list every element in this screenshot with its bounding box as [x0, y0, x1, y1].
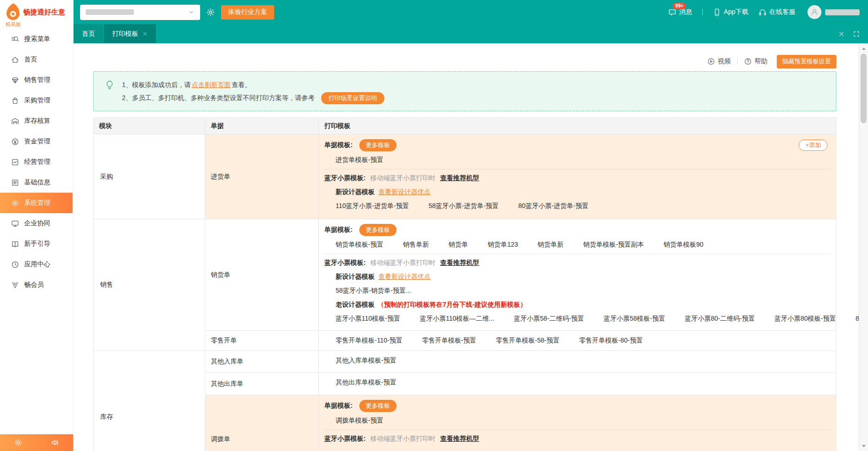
recommended-models-link[interactable]: 查看推荐机型: [440, 259, 479, 267]
designer-template-label: 新设计器模板: [336, 188, 375, 196]
more-templates-button[interactable]: 更多模板: [359, 139, 397, 151]
sidebar-item-label: 销售管理: [24, 76, 50, 84]
sidebar-item-search[interactable]: 搜索菜单: [0, 29, 73, 49]
sidebar-item-label: 首页: [24, 55, 37, 64]
doc-template-label: 单据模板:: [324, 226, 353, 234]
sidebar-item-info[interactable]: 基础信息: [0, 172, 73, 193]
bluetooth-template-header: 蓝牙小票模板:移动端蓝牙小票打印时查看推荐机型: [324, 171, 831, 185]
col-header-document: 单据: [205, 118, 319, 135]
sidebar-item-collab[interactable]: 企业协同: [0, 213, 73, 234]
sidebar-item-home[interactable]: 首页: [0, 49, 73, 70]
sidebar-item-label: 基础信息: [24, 178, 50, 187]
experience-industry-button[interactable]: 体验行业方案: [221, 5, 274, 20]
template-item[interactable]: 销货单模板90: [664, 241, 704, 249]
recommended-models-link[interactable]: 查看推荐机型: [440, 174, 479, 182]
template-item[interactable]: 调拨单模板-预置: [336, 417, 384, 425]
template-item[interactable]: 销货单模板-预置: [336, 241, 384, 249]
template-item[interactable]: 蓝牙小票110模板—二维...: [420, 315, 494, 323]
template-item[interactable]: 销货单模板-预置副本: [583, 241, 644, 249]
template-item[interactable]: 110蓝牙小票-进货单-预置: [336, 202, 409, 210]
redacted-org-name: [86, 9, 134, 15]
table-header-row: 模块 单据 打印模板: [94, 118, 836, 135]
sidebar-item-label: 畅会员: [24, 281, 44, 289]
template-item[interactable]: 蓝牙小票110模板-预置: [336, 315, 400, 323]
add-template-button[interactable]: +添加: [799, 140, 828, 151]
bluetooth-template-label: 蓝牙小票模板:: [324, 435, 366, 443]
redacted-user-name: [825, 9, 860, 15]
user-account[interactable]: [807, 5, 860, 19]
search-icon: [11, 35, 19, 43]
template-item[interactable]: 蓝牙小票80模板-预置: [774, 315, 836, 323]
template-item[interactable]: 销货单123: [488, 241, 518, 249]
sidebar-item-purchase[interactable]: 采购管理: [0, 90, 73, 111]
template-item[interactable]: 销货单新: [538, 241, 564, 249]
member-icon: [11, 281, 19, 289]
tab-home[interactable]: 首页: [74, 24, 103, 43]
app-download-button[interactable]: App下载: [713, 8, 748, 16]
scrollbar-thumb[interactable]: [861, 54, 867, 123]
designer-advantages-link[interactable]: 查看新设计器优点: [378, 273, 431, 281]
refresh-page-link[interactable]: 点击刷新页面: [192, 81, 231, 89]
template-item[interactable]: 其他入库单模板-预置: [336, 357, 397, 365]
brand-area: 畅捷通好生意 精易版: [0, 0, 73, 29]
template-item[interactable]: 蓝牙小票58-二维码-预置: [514, 315, 584, 323]
sidebar-item-operation[interactable]: 经营管理: [0, 152, 73, 172]
notice-box: 1、模板添加成功后，请 点击刷新页面 查看。 2、多员工、多打印机、多种业务类型…: [93, 71, 836, 111]
designer-template-label: 新设计器模板: [336, 273, 375, 281]
template-item[interactable]: 58蓝牙小票-进货单-预置: [429, 202, 499, 210]
sidebar-item-member[interactable]: 畅会员: [0, 275, 73, 295]
sidebar-item-system[interactable]: 系统管理: [0, 193, 73, 213]
organization-select[interactable]: [80, 5, 200, 20]
template-item[interactable]: 80蓝牙小票-进货单-预置: [518, 202, 589, 210]
document-cell: 其他出库单: [205, 373, 319, 395]
vertical-scrollbar[interactable]: [859, 43, 868, 451]
online-service-button[interactable]: 在线客服: [759, 8, 795, 16]
template-item[interactable]: 零售开单模板-80-预置: [579, 337, 643, 345]
table-row: 库存其他入库单其他入库单模板-预置: [94, 351, 836, 373]
print-scene-help-button[interactable]: 打印场景设置说明: [321, 92, 384, 104]
template-item[interactable]: 进货单模板-预置: [336, 156, 384, 164]
more-templates-button[interactable]: 更多模板: [359, 224, 397, 236]
template-item[interactable]: 蓝牙小票58模板-预置: [604, 315, 665, 323]
sidebar-item-sales[interactable]: 销售管理: [0, 70, 73, 90]
template-item[interactable]: 80模板: [855, 315, 859, 323]
settings-gear-icon[interactable]: [14, 438, 22, 447]
template-list: 蓝牙小票110模板-预置蓝牙小票110模板—二维...蓝牙小票58-二维码-预置…: [324, 312, 831, 326]
recommended-models-link[interactable]: 查看推荐机型: [440, 435, 479, 443]
template-list: 进货单模板-预置: [324, 153, 831, 167]
close-all-tabs-icon[interactable]: [838, 31, 845, 37]
document-cell: 调拨单: [205, 395, 319, 451]
topbar-gear-icon[interactable]: [206, 8, 215, 17]
volume-icon[interactable]: [51, 438, 59, 447]
template-item[interactable]: 零售开单模板-58-预置: [496, 337, 559, 345]
more-templates-button[interactable]: 更多模板: [359, 400, 397, 412]
doc-template-header: 单据模板:更多模板: [324, 222, 831, 238]
video-link[interactable]: 视频: [707, 57, 731, 66]
tab-bar: 首页 打印模板: [74, 24, 868, 43]
lightbulb-icon: [105, 80, 114, 90]
help-link[interactable]: 帮助: [744, 57, 767, 66]
template-item[interactable]: 销售单新: [403, 241, 429, 249]
template-item[interactable]: 零售开单模板-预置: [422, 337, 477, 345]
designer-advantages-link[interactable]: 查看新设计器优点: [378, 188, 431, 196]
sidebar-item-funds[interactable]: 资金管理: [0, 131, 73, 152]
sidebar-footer: [0, 434, 73, 451]
sidebar-item-label: 采购管理: [24, 96, 50, 105]
sidebar-item-label: 经营管理: [24, 158, 50, 166]
scroll-up-arrow[interactable]: [859, 44, 868, 53]
template-item[interactable]: 零售开单模板-110-预置: [336, 337, 403, 345]
template-item[interactable]: 其他出库单模板-预置: [336, 378, 397, 387]
sidebar-item-guide[interactable]: 新手引导: [0, 234, 73, 254]
scroll-down-arrow[interactable]: [859, 442, 868, 450]
hide-preset-templates-button[interactable]: 隐藏预置模板设置: [777, 55, 836, 68]
tab-print-template[interactable]: 打印模板: [104, 24, 156, 43]
sidebar-item-inventory[interactable]: 库存核算: [0, 111, 73, 131]
purchase-icon: [11, 97, 19, 105]
sidebar-item-apps[interactable]: 应用中心: [0, 254, 73, 275]
template-item[interactable]: 销货单: [449, 241, 468, 249]
messages-button[interactable]: 99+ 消息: [668, 8, 692, 16]
tab-close-icon[interactable]: [142, 31, 148, 36]
template-item[interactable]: 58蓝牙小票-销货单-预置...: [336, 287, 411, 295]
template-item[interactable]: 蓝牙小票80-二维码-预置: [685, 315, 755, 323]
fullscreen-icon[interactable]: [853, 31, 860, 37]
